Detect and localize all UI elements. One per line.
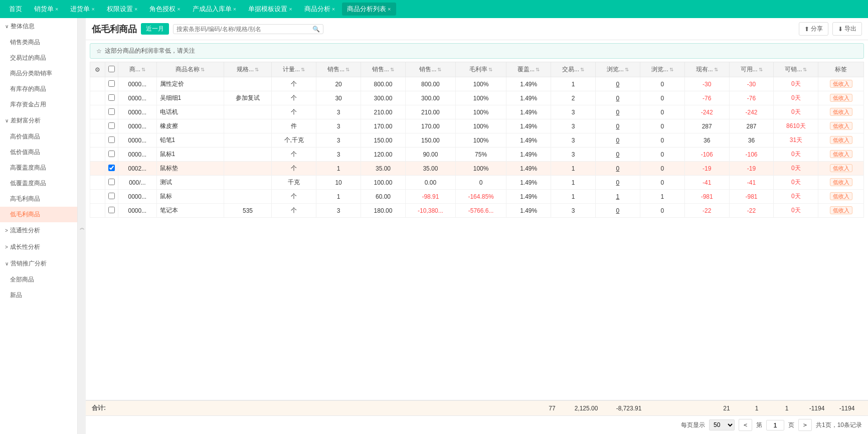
sort-transaction[interactable]: ⇅ [580, 67, 584, 72]
row-select-checkbox[interactable] [108, 94, 115, 101]
select-all-checkbox[interactable] [108, 66, 115, 72]
row-browse1[interactable]: 0 [595, 133, 640, 148]
sort-unit[interactable]: ⇅ [301, 67, 305, 72]
sort-available[interactable]: ⇅ [759, 67, 763, 72]
row-browse1[interactable]: 0 [595, 176, 640, 190]
row-browse1[interactable]: 0 [595, 105, 640, 119]
sidebar-item-低毛利商品[interactable]: 低毛利商品 [0, 207, 77, 222]
sort-sales-amount[interactable]: ⇅ [437, 67, 441, 72]
sort-spec[interactable]: ⇅ [255, 67, 259, 72]
sidebar-section-营销推广分析[interactable]: ∨营销推广分析 [0, 255, 77, 272]
sort-browse1[interactable]: ⇅ [625, 67, 629, 72]
nav-close-icon[interactable]: × [134, 6, 137, 12]
nav-item-销货单[interactable]: 销货单× [29, 3, 63, 16]
row-select-checkbox[interactable] [108, 179, 115, 185]
row-select-checkbox[interactable] [108, 151, 115, 157]
sidebar-item-商品分类助销率[interactable]: 商品分类助销率 [0, 66, 77, 81]
sidebar-section-成长性分析[interactable]: >成长性分析 [0, 239, 77, 255]
main-content: 低毛利商品 近一月 🔍 ⬆ 分享 ⬇ 导出 ☆ 这部分商品的利润非常低，请关注 [86, 18, 868, 434]
sidebar-item-全部商品[interactable]: 全部商品 [0, 272, 77, 287]
row-browse1[interactable]: 0 [595, 204, 640, 218]
row-browse1[interactable]: 1 [595, 190, 640, 204]
sidebar-item-交易过的商品[interactable]: 交易过的商品 [0, 50, 77, 66]
row-select-checkbox[interactable] [108, 136, 115, 143]
row-transaction: 1 [551, 176, 596, 190]
export-button[interactable]: ⬇ 导出 [832, 22, 862, 36]
sidebar-item-高覆盖度商品[interactable]: 高覆盖度商品 [0, 160, 77, 176]
page-number-input[interactable] [766, 420, 784, 430]
tag-badge: 低收入 [830, 136, 852, 144]
sort-sales-qty[interactable]: ⇅ [345, 67, 350, 72]
sidebar-item-低覆盖度商品[interactable]: 低覆盖度商品 [0, 176, 77, 191]
sidebar-item-高毛利商品[interactable]: 高毛利商品 [0, 191, 77, 207]
filter-button[interactable]: 近一月 [141, 23, 169, 35]
row-name[interactable]: 鼠标垫 [156, 162, 224, 176]
sidebar-item-销售类商品[interactable]: 销售类商品 [0, 35, 77, 50]
row-tag: 低收入 [818, 91, 864, 105]
sidebar-collapse-button[interactable]: 《 [78, 18, 86, 434]
row-browse1[interactable]: 0 [595, 162, 640, 176]
sidebar-section-差财富分析[interactable]: ∨差财富分析 [0, 112, 77, 129]
row-name[interactable]: 鼠标1 [156, 148, 224, 162]
nav-item-商品分析列表[interactable]: 商品分析列表× [342, 3, 396, 16]
sidebar-item-有库存的商品[interactable]: 有库存的商品 [0, 81, 77, 97]
sort-sellable[interactable]: ⇅ [803, 67, 807, 72]
sort-name[interactable]: ⇅ [201, 67, 205, 72]
row-select-checkbox[interactable] [108, 80, 115, 87]
row-sales-qty: 10 [316, 176, 361, 190]
nav-close-icon[interactable]: × [91, 6, 94, 12]
per-page-select[interactable]: 50 20 100 [709, 419, 735, 430]
row-gross-margin: -164.85% [456, 190, 506, 204]
row-name[interactable]: 吴细细1 [156, 91, 224, 105]
row-browse1[interactable]: 0 [595, 77, 640, 91]
nav-item-商品分析[interactable]: 商品分析× [299, 3, 340, 16]
nav-item-产成品入库单[interactable]: 产成品入库单× [188, 3, 241, 16]
row-name[interactable]: 测试 [156, 176, 224, 190]
sidebar-item-新品[interactable]: 新品 [0, 287, 77, 303]
row-name[interactable]: 铅笔1 [156, 133, 224, 148]
nav-item-首页[interactable]: 首页 [4, 3, 27, 16]
row-select-checkbox[interactable] [108, 122, 115, 129]
row-select-checkbox[interactable] [108, 108, 115, 115]
row-name[interactable]: 橡皮擦 [156, 119, 224, 133]
sort-gross-margin[interactable]: ⇅ [488, 67, 492, 72]
nav-item-角色授权[interactable]: 角色授权× [144, 3, 185, 16]
sort-sales-price[interactable]: ⇅ [390, 67, 394, 72]
nav-close-icon[interactable]: × [177, 6, 180, 12]
nav-close-icon[interactable]: × [388, 6, 391, 12]
row-browse1[interactable]: 0 [595, 91, 640, 105]
col-settings[interactable]: ⚙ [90, 62, 105, 77]
nav-item-单据模板设置[interactable]: 单据模板设置× [243, 3, 297, 16]
share-button[interactable]: ⬆ 分享 [799, 22, 828, 36]
row-name[interactable]: 属性定价 [156, 77, 224, 91]
row-name[interactable]: 电话机 [156, 105, 224, 119]
search-input[interactable] [177, 26, 312, 33]
nav-close-icon[interactable]: × [55, 6, 58, 12]
sort-current[interactable]: ⇅ [714, 67, 718, 72]
row-browse1[interactable]: 0 [595, 119, 640, 133]
sort-code[interactable]: ⇅ [141, 67, 145, 72]
nav-item-权限设置[interactable]: 权限设置× [102, 3, 142, 16]
row-sales-amount: 90.00 [405, 148, 455, 162]
row-browse1[interactable]: 0 [595, 148, 640, 162]
col-checkbox [105, 62, 118, 77]
sidebar-section-流通性分析[interactable]: >流通性分析 [0, 222, 77, 239]
row-select-checkbox[interactable] [108, 165, 115, 171]
sidebar-item-库存资金占用[interactable]: 库存资金占用 [0, 97, 77, 112]
sidebar-item-高价值商品[interactable]: 高价值商品 [0, 129, 77, 144]
sort-browse2[interactable]: ⇅ [669, 67, 673, 72]
row-name[interactable]: 鼠标 [156, 190, 224, 204]
sidebar-section-整体信息[interactable]: ∨整体信息 [0, 18, 77, 35]
nav-item-进货单[interactable]: 进货单× [65, 3, 99, 16]
prev-page-button[interactable]: ＜ [739, 419, 752, 431]
sort-coverage[interactable]: ⇅ [536, 67, 540, 72]
sidebar-item-低价值商品[interactable]: 低价值商品 [0, 144, 77, 160]
nav-close-icon[interactable]: × [233, 6, 236, 12]
nav-close-icon[interactable]: × [289, 6, 292, 12]
next-page-button[interactable]: ＞ [798, 419, 812, 431]
row-select-checkbox[interactable] [108, 207, 115, 213]
row-select-checkbox[interactable] [108, 193, 115, 199]
row-settings [90, 77, 105, 91]
nav-close-icon[interactable]: × [332, 6, 335, 12]
row-name[interactable]: 笔记本 [156, 204, 224, 218]
